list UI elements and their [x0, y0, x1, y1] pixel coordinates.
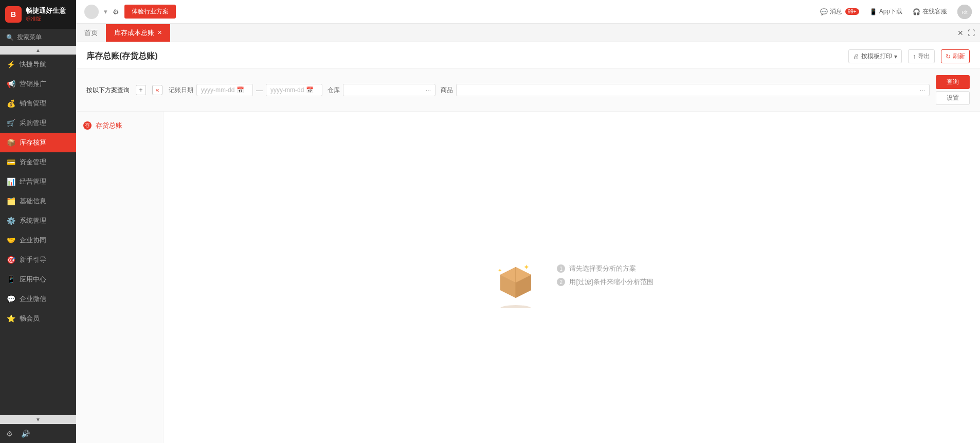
svg-text:Rit: Rit — [962, 10, 968, 15]
message-badge: 99+ — [845, 8, 859, 15]
filter-row: 记账日期 yyyy-mm-dd 📅 — yyyy-mm-dd 📅 仓库 — [169, 84, 930, 96]
refresh-icon: ↻ — [946, 53, 951, 60]
product-input[interactable]: ··· — [456, 84, 930, 96]
warehouse-more-icon[interactable]: ··· — [426, 86, 431, 94]
sidebar-search[interactable]: 🔍 搜索菜单 — [0, 29, 76, 46]
empty-step-1: 1 请先选择要分析的方案 — [557, 264, 653, 273]
wechat-icon: 💬 — [6, 295, 15, 303]
topbar: ▾ ⚙ 体验行业方案 💬 消息 99+ 📱 App下载 🎧 在线客服 Rit — [76, 0, 980, 24]
shortcut-icon: ⚡ — [6, 60, 15, 68]
finance-icon: 💳 — [6, 158, 15, 166]
headset-icon: 🎧 — [913, 8, 920, 15]
topbar-avatar — [84, 5, 99, 19]
message-icon: 💬 — [820, 8, 828, 15]
topbar-user-avatar[interactable]: Rit — [957, 5, 972, 19]
sidebar-scroll-down[interactable]: ▼ — [0, 415, 76, 424]
date-label: 记账日期 — [169, 86, 193, 95]
tab-home[interactable]: 首页 — [76, 24, 106, 42]
topbar-dropdown-icon[interactable]: ▾ — [104, 8, 107, 15]
topbar-gear-icon[interactable]: ⚙ — [113, 8, 119, 16]
export-button[interactable]: ↑ 导出 — [908, 49, 935, 63]
system-icon: ⚙️ — [6, 217, 15, 225]
scheme-icon: 存 — [83, 121, 92, 130]
product-more-icon[interactable]: ··· — [920, 86, 925, 94]
main-area: ▾ ⚙ 体验行业方案 💬 消息 99+ 📱 App下载 🎧 在线客服 Rit — [76, 0, 980, 443]
sidebar-item-basic[interactable]: 🗂️ 基础信息 — [0, 191, 76, 211]
sidebar-item-marketing[interactable]: 📢 营销推广 — [0, 74, 76, 94]
tab-close-panel-icon[interactable]: ✕ — [957, 29, 964, 37]
calendar-start-icon[interactable]: 📅 — [237, 86, 244, 94]
tab-close-icon[interactable]: ✕ — [157, 29, 162, 36]
content: 库存总账(存货总账) 🖨 按模板打印 ▾ ↑ 导出 ↻ 刷新 — [76, 42, 980, 443]
sales-icon: 💰 — [6, 99, 15, 108]
date-end-input[interactable]: yyyy-mm-dd 📅 — [266, 84, 322, 96]
sidebar-item-finance[interactable]: 💳 资金管理 — [0, 152, 76, 172]
sidebar-nav: ⚡ 快捷导航 📢 营销推广 💰 销售管理 🛒 采购管理 📦 库存核算 💳 资金管… — [0, 55, 76, 415]
print-button[interactable]: 🖨 按模板打印 ▾ — [848, 49, 902, 63]
query-button[interactable]: 查询 — [936, 75, 970, 89]
logo-icon: B — [5, 6, 22, 23]
empty-text: 1 请先选择要分析的方案 2 用[过滤]条件来缩小分析范围 — [557, 264, 653, 291]
warehouse-label: 仓库 — [328, 86, 340, 95]
step-1-number: 1 — [557, 264, 565, 273]
svg-point-2 — [500, 305, 531, 308]
logo-sub-text: 标准版 — [26, 15, 66, 23]
topbar-app-download[interactable]: 📱 App下载 — [869, 7, 902, 16]
marketing-icon: 📢 — [6, 80, 15, 88]
filter-collapse-button[interactable]: « — [152, 85, 162, 95]
basic-icon: 🗂️ — [6, 197, 15, 205]
member-icon: ⭐ — [6, 314, 15, 323]
content-body: 存 存货总账 — [76, 112, 980, 443]
page-title: 库存总账(存货总账) — [86, 51, 158, 62]
filter-label: 按以下方案查询 — [86, 86, 130, 95]
tab-expand-icon[interactable]: ⛶ — [968, 29, 975, 37]
filter-warehouse-group: 仓库 ··· — [328, 84, 435, 96]
svg-text:✦: ✦ — [523, 263, 530, 271]
operations-icon: 📊 — [6, 178, 15, 186]
print-icon: 🖨 — [853, 53, 859, 60]
inventory-icon: 📦 — [6, 138, 15, 147]
filter-actions: 查询 设置 — [936, 75, 970, 105]
sidebar-item-wechat[interactable]: 💬 企业微信 — [0, 289, 76, 309]
sidebar-footer: ⚙ 🔊 — [0, 424, 76, 443]
sidebar-item-inventory[interactable]: 📦 库存核算 — [0, 133, 76, 152]
print-dropdown-icon: ▾ — [894, 53, 897, 60]
speaker-icon[interactable]: 🔊 — [21, 430, 30, 438]
settings-icon[interactable]: ⚙ — [6, 430, 13, 438]
export-icon: ↑ — [913, 53, 916, 60]
scheme-sidebar: 存 存货总账 — [76, 112, 164, 443]
calendar-end-icon[interactable]: 📅 — [306, 86, 314, 94]
logo-main-text: 畅捷通好生意 — [26, 6, 66, 15]
topbar-online-service[interactable]: 🎧 在线客服 — [913, 7, 947, 16]
scheme-item-inventory-ledger[interactable]: 存 存货总账 — [76, 117, 163, 134]
sidebar-item-appstore[interactable]: 📱 应用中心 — [0, 270, 76, 289]
search-icon: 🔍 — [6, 34, 14, 41]
trial-button[interactable]: 体验行业方案 — [124, 5, 176, 19]
sidebar-item-sales[interactable]: 💰 销售管理 — [0, 94, 76, 113]
filter-add-button[interactable]: + — [136, 85, 146, 95]
page-header-actions: 🖨 按模板打印 ▾ ↑ 导出 ↻ 刷新 — [848, 49, 970, 63]
guide-icon: 🎯 — [6, 256, 15, 264]
sidebar-item-shortcut[interactable]: ⚡ 快捷导航 — [0, 55, 76, 74]
sidebar-scroll-up[interactable]: ▲ — [0, 46, 76, 55]
date-start-input[interactable]: yyyy-mm-dd 📅 — [196, 84, 253, 96]
empty-illustration: ✦ ✦ — [490, 252, 541, 303]
refresh-button[interactable]: ↻ 刷新 — [941, 49, 970, 63]
sidebar-item-enterprise[interactable]: 🤝 企业协同 — [0, 231, 76, 250]
topbar-messages[interactable]: 💬 消息 99+ — [820, 7, 859, 16]
page-container: 库存总账(存货总账) 🖨 按模板打印 ▾ ↑ 导出 ↻ 刷新 — [76, 42, 980, 443]
product-label: 商品 — [441, 86, 453, 95]
topbar-right: 💬 消息 99+ 📱 App下载 🎧 在线客服 Rit — [820, 5, 972, 19]
sidebar-item-purchase[interactable]: 🛒 采购管理 — [0, 113, 76, 133]
empty-state: ✦ ✦ 1 请先选择要分析的方案 2 — [490, 252, 653, 303]
sidebar-item-operations[interactable]: 📊 经营管理 — [0, 172, 76, 191]
warehouse-input[interactable]: ··· — [343, 84, 435, 96]
sidebar-item-system[interactable]: ⚙️ 系统管理 — [0, 211, 76, 231]
enterprise-icon: 🤝 — [6, 236, 15, 244]
svg-text:✦: ✦ — [498, 268, 502, 273]
tab-inventory-cost[interactable]: 库存成本总账 ✕ — [106, 24, 170, 42]
sidebar-item-member[interactable]: ⭐ 畅会员 — [0, 309, 76, 328]
setting-button[interactable]: 设置 — [936, 91, 970, 105]
sidebar: B 畅捷通好生意 标准版 🔍 搜索菜单 ▲ ⚡ 快捷导航 📢 营销推广 💰 销售… — [0, 0, 76, 443]
sidebar-item-guide[interactable]: 🎯 新手引导 — [0, 250, 76, 270]
